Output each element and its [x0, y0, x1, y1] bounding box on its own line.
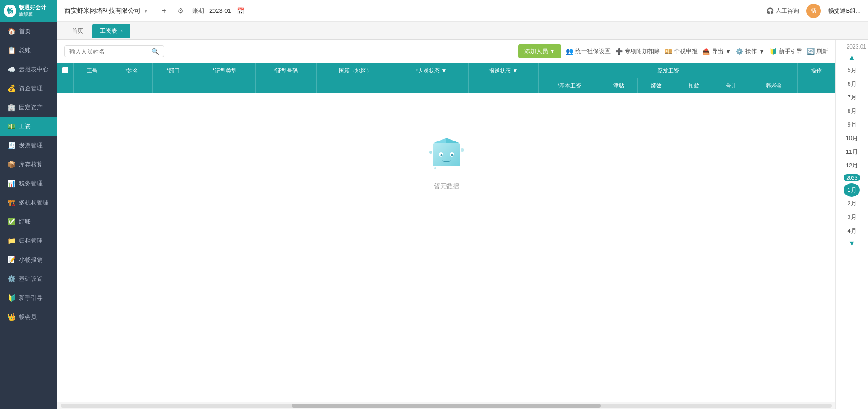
report-filter-icon[interactable]: ▼: [512, 68, 518, 74]
month-item-2022-6月[interactable]: 6月: [844, 77, 860, 91]
service-button[interactable]: 🎧 人工咨询: [766, 7, 799, 15]
month-item-2022-9月[interactable]: 9月: [844, 118, 860, 131]
month-item-2022-5月[interactable]: 5月: [844, 63, 860, 77]
month-item-2022-12月[interactable]: 12月: [844, 159, 860, 172]
select-all-checkbox[interactable]: [62, 67, 68, 73]
month-item-2023-2月[interactable]: 2月: [844, 197, 860, 210]
sidebar-icon-14: 🔰: [7, 294, 15, 302]
sidebar-label-13: 基础设置: [19, 275, 43, 283]
add-company-button[interactable]: +: [158, 5, 170, 17]
export-chevron-icon: ▼: [725, 48, 731, 55]
tab-payroll[interactable]: 工资表 ×: [92, 24, 130, 38]
sidebar-item-税务管理[interactable]: 📊 税务管理: [0, 174, 57, 193]
sidebar-item-工资[interactable]: 💵 工资: [0, 117, 57, 136]
month-item-2023-3月[interactable]: 3月: [844, 210, 860, 224]
month-list: 5月6月7月8月9月10月11月12月20231月2月3月4月: [844, 63, 860, 238]
sidebar-label-9: 多机构管理: [19, 199, 48, 207]
operations-button[interactable]: ⚙️ 操作 ▼: [736, 47, 765, 55]
sidebar: 畅 畅通好会计 旗舰版 🏠 首页 📋 总账 ☁️ 云报表中心 💰 资金管理 🏢 …: [0, 0, 57, 409]
sidebar-item-资金管理[interactable]: 💰 资金管理: [0, 79, 57, 98]
social-insurance-button[interactable]: 👥 统一社保设置: [566, 47, 611, 55]
sidebar-item-新手引导[interactable]: 🔰 新手引导: [0, 288, 57, 307]
export-button[interactable]: 📤 导出 ▼: [702, 47, 731, 55]
empty-state: 暂无数据: [57, 93, 835, 227]
search-wrap: 🔍: [64, 45, 164, 57]
month-scroll-up[interactable]: ▲: [847, 52, 858, 63]
col-name: *姓名: [111, 63, 152, 78]
col-empty2: [73, 78, 111, 93]
sidebar-item-结账[interactable]: ✅ 结账: [0, 212, 57, 231]
month-item-2023-4月[interactable]: 4月: [844, 224, 860, 238]
table-wrap: 工号 *姓名 *部门 *证型类型 *证型号码 国籍（地区） *人员状态 ▼ 报送…: [57, 63, 835, 402]
sidebar-icon-10: ✅: [7, 218, 15, 226]
content-area: 🔍 添加人员 ▼ 👥 统一社保设置 ➕ 专项附加扣除: [57, 40, 868, 409]
sidebar-item-归档管理[interactable]: 📁 归档管理: [0, 231, 57, 250]
col-id-num: *证型号码: [255, 63, 317, 78]
settings-button[interactable]: ⚙: [174, 5, 187, 17]
scrollbar-thumb[interactable]: [292, 404, 600, 408]
svg-point-5: [440, 154, 442, 156]
month-item-2022-11月[interactable]: 11月: [844, 145, 860, 159]
sidebar-item-发票管理[interactable]: 🧾 发票管理: [0, 136, 57, 155]
month-scroll-down[interactable]: ▼: [847, 238, 858, 249]
status-filter-icon[interactable]: ▼: [441, 68, 446, 74]
sidebar-label-7: 库存核算: [19, 161, 43, 169]
sidebar-icon-4: 🏢: [7, 103, 15, 112]
calendar-icon[interactable]: 📅: [237, 7, 244, 15]
sidebar-item-总账[interactable]: 📋 总账: [0, 41, 57, 60]
period-value: 2023-01: [209, 7, 231, 14]
month-item-2022-7月[interactable]: 7月: [844, 91, 860, 104]
user-name: 畅捷通B组...: [828, 7, 861, 15]
avatar: 畅: [806, 4, 821, 18]
svg-marker-1: [433, 138, 446, 143]
operations-chevron-icon: ▼: [759, 48, 765, 55]
col-empty4: [152, 78, 194, 93]
col-empty6: [255, 78, 317, 93]
company-selector[interactable]: 西安虾米网络科技有限公司 ▼: [64, 7, 149, 15]
sidebar-icon-11: 📁: [7, 237, 15, 245]
deduction-icon: ➕: [615, 48, 623, 55]
scrollbar-track[interactable]: [61, 404, 832, 408]
sidebar-label-3: 资金管理: [19, 84, 43, 93]
sidebar-item-多机构管理[interactable]: 🏗️ 多机构管理: [0, 193, 57, 212]
tab-home[interactable]: 首页: [64, 24, 91, 38]
sidebar-label-11: 归档管理: [19, 237, 43, 245]
col-dept: *部门: [152, 63, 194, 78]
search-input[interactable]: [69, 48, 149, 55]
add-person-button[interactable]: 添加人员 ▼: [518, 44, 561, 58]
month-item-2022-10月[interactable]: 10月: [844, 131, 860, 145]
refresh-button[interactable]: 🔄 刷新: [807, 47, 828, 55]
table-header-row1: 工号 *姓名 *部门 *证型类型 *证型号码 国籍（地区） *人员状态 ▼ 报送…: [57, 63, 835, 78]
tab-payroll-close-icon[interactable]: ×: [120, 28, 123, 34]
sidebar-item-固定资产[interactable]: 🏢 固定资产: [0, 98, 57, 117]
col-salary-group: 应发工资: [538, 63, 797, 78]
sidebar-item-畅会员[interactable]: 👑 畅会员: [0, 307, 57, 326]
sidebar-item-首页[interactable]: 🏠 首页: [0, 22, 57, 41]
col-action: 操作: [798, 63, 835, 78]
sidebar-label-6: 发票管理: [19, 141, 43, 150]
logo-icon: 畅: [4, 5, 16, 17]
sidebar-item-基础设置[interactable]: ⚙️ 基础设置: [0, 269, 57, 288]
month-item-2022-8月[interactable]: 8月: [844, 104, 860, 118]
sidebar-item-云报表中心[interactable]: ☁️ 云报表中心: [0, 60, 57, 79]
sidebar-label-2: 云报表中心: [19, 65, 48, 73]
col-performance: 绩效: [637, 78, 675, 93]
col-nation: 国籍（地区）: [317, 63, 394, 78]
sidebar-label-0: 首页: [19, 27, 31, 35]
tax-icon: 💴: [664, 48, 672, 55]
month-item-2023-1月[interactable]: 1月: [844, 183, 860, 197]
guide-button[interactable]: 🔰 新手引导: [769, 47, 802, 55]
main-content: 🔍 添加人员 ▼ 👥 统一社保设置 ➕ 专项附加扣除: [57, 40, 835, 409]
sidebar-item-小畅报销[interactable]: 📝 小畅报销: [0, 250, 57, 269]
svg-point-8: [461, 148, 464, 152]
col-empty5: [194, 78, 256, 93]
tax-declaration-button[interactable]: 💴 个税申报: [664, 47, 698, 55]
sidebar-icon-7: 📦: [7, 161, 15, 169]
sidebar-icon-1: 📋: [7, 46, 15, 54]
special-deduction-button[interactable]: ➕ 专项附加扣除: [615, 47, 660, 55]
sidebar-label-8: 税务管理: [19, 180, 43, 188]
sidebar-icon-12: 📝: [7, 256, 15, 264]
search-icon: 🔍: [151, 48, 159, 55]
sidebar-item-库存核算[interactable]: 📦 库存核算: [0, 155, 57, 174]
empty-icon: [424, 130, 469, 175]
